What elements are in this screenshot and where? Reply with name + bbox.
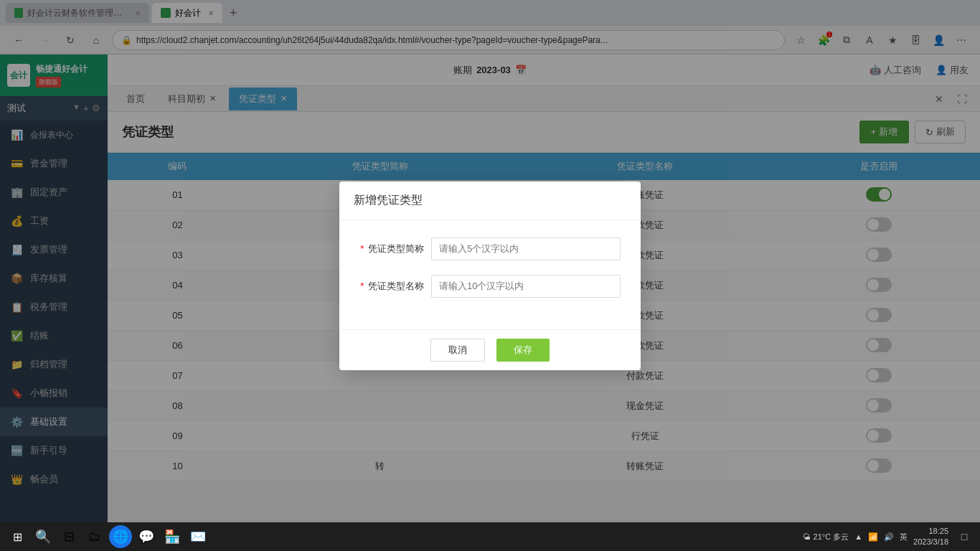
add-voucher-modal: 新增凭证类型 * 凭证类型简称 * 凭证类型名称 取消 保存 (339, 182, 641, 370)
taskbar-weather: 🌤 21°C 多云 (803, 532, 849, 542)
taskbar-arrow-up[interactable]: ▲ (854, 532, 862, 541)
full-name-label: * 凭证类型名称 (359, 280, 431, 293)
taskbar-file[interactable]: 🗂 (83, 525, 106, 548)
short-name-label: * 凭证类型简称 (359, 242, 431, 255)
weather-icon: 🌤 (803, 532, 811, 541)
taskbar-search[interactable]: 🔍 (32, 525, 55, 548)
start-button[interactable]: ⊞ (6, 525, 29, 548)
form-row-full: * 凭证类型名称 (359, 275, 621, 298)
short-name-input[interactable] (431, 237, 621, 260)
save-button[interactable]: 保存 (496, 339, 550, 362)
modal-header: 新增凭证类型 (339, 182, 641, 220)
cancel-button[interactable]: 取消 (430, 339, 485, 362)
required-star-1: * (360, 243, 364, 254)
taskbar-sys: 🌤 21°C 多云 ▲ 📶 🔊 英 18:25 2023/3/18 □ (803, 526, 974, 548)
modal-title: 新增凭证类型 (354, 194, 423, 206)
taskbar-clock: 18:25 2023/3/18 (913, 526, 948, 548)
modal-overlay: 新增凭证类型 * 凭证类型简称 * 凭证类型名称 取消 保存 (0, 0, 980, 551)
modal-body: * 凭证类型简称 * 凭证类型名称 (339, 220, 641, 329)
taskbar-email[interactable]: ✉️ (187, 525, 209, 548)
taskbar-browser[interactable]: 🌐 (109, 525, 132, 548)
taskbar-wifi-icon: 📶 (868, 532, 878, 542)
taskbar-wechat[interactable]: 💬 (135, 525, 158, 548)
taskbar-notifications[interactable]: □ (954, 527, 974, 547)
modal-footer: 取消 保存 (339, 329, 641, 370)
taskbar-volume-icon: 🔊 (884, 532, 894, 542)
weather-text: 21°C 多云 (814, 532, 849, 542)
taskbar-task-view[interactable]: ⊟ (57, 525, 80, 548)
taskbar-store[interactable]: 🏪 (161, 525, 184, 548)
required-star-2: * (360, 281, 364, 291)
full-name-input[interactable] (431, 275, 621, 298)
taskbar: ⊞ 🔍 ⊟ 🗂 🌐 💬 🏪 ✉️ 🌤 21°C 多云 ▲ 📶 🔊 英 18:25… (0, 522, 980, 551)
taskbar-lang: 英 (900, 532, 908, 542)
form-row-short: * 凭证类型简称 (359, 237, 621, 260)
